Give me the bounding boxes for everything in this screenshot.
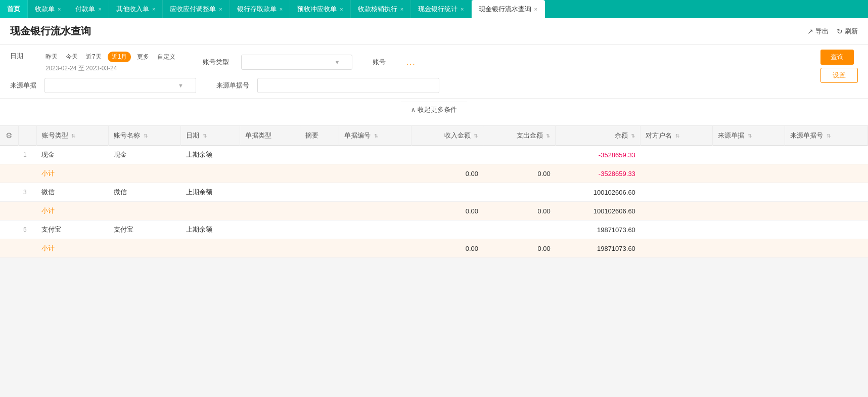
- row-account-name: [109, 164, 181, 183]
- col-account-type[interactable]: 账号类型 ⇅: [36, 126, 109, 146]
- col-doc-no[interactable]: 单据编号 ⇅: [339, 126, 411, 146]
- nav-receipts[interactable]: 收款单 ×: [28, 0, 68, 18]
- nav-other-income-label: 其他收入单: [116, 5, 149, 14]
- sort-source-doc: ⇅: [748, 133, 752, 139]
- table-wrap: ⚙ 账号类型 ⇅ 账号名称 ⇅ 日期 ⇅ 单据类型: [0, 126, 868, 258]
- filter-row-2: 来源单据 ▼ 来源单据号: [10, 78, 858, 93]
- date-yesterday[interactable]: 昨天: [43, 52, 60, 62]
- nav-prepay[interactable]: 预收冲应收单 ×: [290, 0, 350, 18]
- row-source-doc: [713, 146, 785, 164]
- date-custom[interactable]: 自定义: [155, 52, 177, 62]
- nav-verify-close[interactable]: ×: [400, 6, 403, 12]
- collapse-bar: ∧ 收起更多条件: [0, 98, 868, 120]
- source-doc-select[interactable]: ▼: [44, 78, 196, 93]
- row-counterparty: [641, 202, 713, 220]
- nav-prepay-close[interactable]: ×: [340, 6, 343, 12]
- col-doc-type[interactable]: 单据类型: [240, 126, 300, 146]
- sort-account-name: ⇅: [144, 133, 148, 139]
- row-balance: 19871073.60: [556, 239, 641, 258]
- data-table: ⚙ 账号类型 ⇅ 账号名称 ⇅ 日期 ⇅ 单据类型: [0, 126, 868, 258]
- row-counterparty: [641, 220, 713, 239]
- date-today[interactable]: 今天: [64, 52, 80, 62]
- row-expense: [483, 183, 556, 202]
- nav-flow-query-close[interactable]: ×: [534, 6, 537, 12]
- row-index: [18, 164, 36, 183]
- row-summary: [300, 183, 339, 202]
- nav-bank-deposit-label: 银行存取款单: [237, 5, 277, 14]
- row-expense: 0.00: [483, 202, 556, 220]
- account-type-select[interactable]: ▼: [241, 55, 352, 70]
- col-counterparty[interactable]: 对方户名 ⇅: [641, 126, 713, 146]
- row-gear: [0, 202, 18, 220]
- row-account-name: 现金: [109, 146, 181, 164]
- row-date: 上期余额: [181, 220, 240, 239]
- page-header: 现金银行流水查询 ↗ 导出 ↻ 刷新: [0, 18, 868, 45]
- filter-row-1: 日期 昨天 今天 近7天 近1月 更多 自定义 2023-02-24 至 202…: [10, 52, 858, 73]
- row-gear: [0, 146, 18, 164]
- nav-other-income-close[interactable]: ×: [152, 6, 155, 12]
- col-expense[interactable]: 支出金额 ⇅: [483, 126, 556, 146]
- date-1month[interactable]: 近1月: [108, 52, 131, 62]
- account-dots[interactable]: ...: [406, 58, 416, 67]
- refresh-button[interactable]: ↻ 刷新: [837, 27, 858, 36]
- nav-verify[interactable]: 收款核销执行 ×: [351, 0, 411, 18]
- source-doc-chevron: ▼: [178, 82, 184, 89]
- row-counterparty: [641, 164, 713, 183]
- nav-stats[interactable]: 现金银行统计 ×: [411, 0, 471, 18]
- row-date: [181, 239, 240, 258]
- nav-bank-deposit-close[interactable]: ×: [280, 6, 283, 12]
- collapse-button[interactable]: ∧ 收起更多条件: [401, 102, 467, 117]
- row-income: [411, 220, 483, 239]
- table-row: 小计0.000.00-3528659.33: [0, 164, 868, 183]
- date-more[interactable]: 更多: [135, 52, 151, 62]
- gear-icon[interactable]: ⚙: [6, 131, 12, 140]
- row-income: 0.00: [411, 164, 483, 183]
- col-summary[interactable]: 摘要: [300, 126, 339, 146]
- row-gear: [0, 220, 18, 239]
- row-balance: -3528659.33: [556, 146, 641, 164]
- nav-bank-deposit[interactable]: 银行存取款单 ×: [230, 0, 290, 18]
- table-row: 小计0.000.00100102606.60: [0, 202, 868, 220]
- source-doc-num-input[interactable]: [257, 78, 439, 93]
- nav-receipts-label: 收款单: [35, 5, 55, 14]
- header-actions: ↗ 导出 ↻ 刷新: [807, 27, 858, 36]
- col-date[interactable]: 日期 ⇅: [181, 126, 240, 146]
- col-source-doc-no[interactable]: 来源单据号 ⇅: [785, 126, 867, 146]
- date-7days[interactable]: 近7天: [84, 52, 104, 62]
- date-options: 昨天 今天 近7天 近1月 更多 自定义: [43, 52, 177, 62]
- date-label: 日期: [10, 52, 35, 61]
- row-date: 上期余额: [181, 146, 240, 164]
- nav-stats-label: 现金银行统计: [418, 5, 458, 14]
- query-button[interactable]: 查询: [820, 50, 854, 65]
- nav-home[interactable]: 首页: [0, 0, 28, 18]
- row-source-doc-no: [785, 164, 867, 183]
- row-source-doc: [713, 220, 785, 239]
- row-source-doc: [713, 164, 785, 183]
- row-doc-type: [240, 239, 300, 258]
- nav-payments-close[interactable]: ×: [98, 6, 101, 12]
- export-button[interactable]: ↗ 导出: [807, 27, 829, 36]
- row-account-type: 微信: [36, 183, 109, 202]
- table-row: 3微信微信上期余额100102606.60: [0, 183, 868, 202]
- nav-flow-query[interactable]: 现金银行流水查询 ×: [472, 0, 545, 18]
- col-income[interactable]: 收入金额 ⇅: [411, 126, 483, 146]
- source-doc-label: 来源单据: [10, 81, 36, 90]
- nav-stats-close[interactable]: ×: [461, 6, 464, 12]
- row-account-type: 现金: [36, 146, 109, 164]
- row-doc-no: [339, 183, 411, 202]
- row-account-type: 小计: [36, 164, 109, 183]
- row-source-doc: [713, 183, 785, 202]
- row-expense: [483, 146, 556, 164]
- nav-adjust[interactable]: 应收应付调整单 ×: [163, 0, 230, 18]
- nav-adjust-close[interactable]: ×: [219, 6, 222, 12]
- account-type-chevron: ▼: [334, 59, 340, 65]
- setting-button[interactable]: 设置: [820, 68, 858, 83]
- nav-adjust-label: 应收应付调整单: [170, 5, 216, 14]
- nav-receipts-close[interactable]: ×: [58, 6, 61, 12]
- nav-other-income[interactable]: 其他收入单 ×: [109, 0, 163, 18]
- col-source-doc[interactable]: 来源单据 ⇅: [713, 126, 785, 146]
- col-balance[interactable]: 余额 ⇅: [556, 126, 641, 146]
- nav-payments[interactable]: 付款单 ×: [68, 0, 109, 18]
- row-gear: [0, 239, 18, 258]
- col-account-name[interactable]: 账号名称 ⇅: [109, 126, 181, 146]
